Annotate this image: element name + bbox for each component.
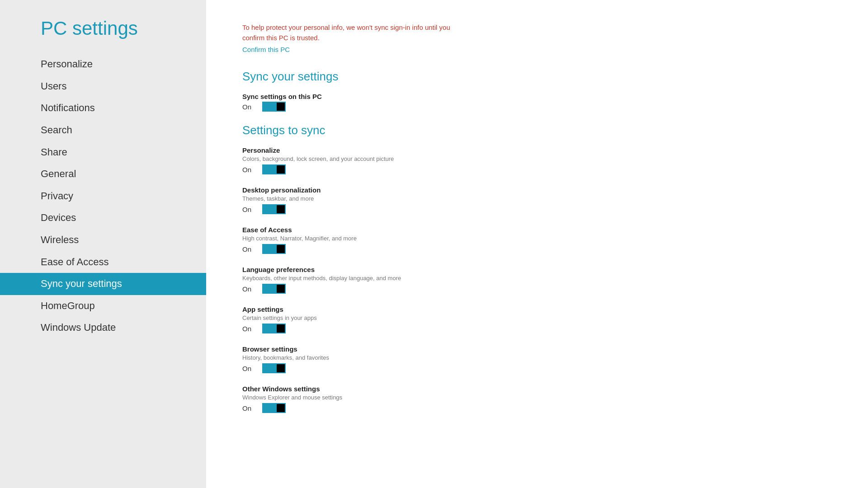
sidebar-item-devices[interactable]: Devices	[41, 207, 206, 229]
setting-label-language-preferences: Language preferences	[242, 266, 832, 273]
toggle-knob-language-preferences	[277, 285, 285, 293]
setting-label-app-settings: App settings	[242, 305, 832, 313]
toggle-value-ease-of-access: On	[242, 245, 255, 253]
toggle-row-other-windows-settings: On	[242, 403, 832, 413]
setting-label-desktop-personalization: Desktop personalization	[242, 186, 832, 194]
settings-to-sync-title: Settings to sync	[242, 123, 832, 137]
setting-row-personalize: PersonalizeColors, background, lock scre…	[242, 146, 832, 174]
sidebar-item-windows-update[interactable]: Windows Update	[41, 317, 206, 339]
toggle-knob-desktop-personalization	[277, 205, 285, 213]
sidebar-item-privacy[interactable]: Privacy	[41, 185, 206, 207]
confirm-link[interactable]: Confirm this PC	[242, 46, 832, 53]
setting-label-personalize: Personalize	[242, 146, 832, 154]
toggle-value-desktop-personalization: On	[242, 206, 255, 213]
toggle-row-language-preferences: On	[242, 284, 832, 294]
page-title: PC settings	[41, 18, 206, 39]
setting-label-browser-settings: Browser settings	[242, 345, 832, 353]
sync-settings-on-this-pc-toggle-row: On	[242, 102, 832, 112]
setting-desc-personalize: Colors, background, lock screen, and you…	[242, 155, 832, 162]
toggle-row-browser-settings: On	[242, 363, 832, 373]
toggle-other-windows-settings[interactable]	[262, 403, 286, 413]
setting-label-other-windows-settings: Other Windows settings	[242, 385, 832, 393]
sync-settings-on-this-pc-label: Sync settings on this PC	[242, 93, 832, 100]
setting-row-language-preferences: Language preferencesKeyboards, other inp…	[242, 266, 832, 294]
sidebar-item-sync-your-settings[interactable]: Sync your settings	[0, 273, 206, 295]
sync-settings-title: Sync your settings	[242, 70, 832, 84]
setting-desc-language-preferences: Keyboards, other input methods, display …	[242, 275, 832, 282]
main-content: To help protect your personal info, we w…	[206, 0, 868, 488]
toggle-value-browser-settings: On	[242, 365, 255, 372]
sidebar-item-homegroup[interactable]: HomeGroup	[41, 295, 206, 317]
toggle-app-settings[interactable]	[262, 324, 286, 333]
setting-desc-ease-of-access: High contrast, Narrator, Magnifier, and …	[242, 235, 832, 242]
toggle-knob-browser-settings	[277, 364, 285, 372]
toggle-knob-app-settings	[277, 324, 285, 333]
warning-text: To help protect your personal info, we w…	[242, 23, 459, 43]
sidebar: PC settings PersonalizeUsersNotification…	[0, 0, 206, 488]
toggle-value-personalize: On	[242, 166, 255, 174]
sync-settings-on-this-pc-toggle[interactable]	[262, 102, 286, 112]
setting-row-other-windows-settings: Other Windows settingsWindows Explorer a…	[242, 385, 832, 413]
toggle-row-desktop-personalization: On	[242, 204, 832, 214]
setting-row-browser-settings: Browser settingsHistory, bookmarks, and …	[242, 345, 832, 373]
setting-desc-browser-settings: History, bookmarks, and favorites	[242, 354, 832, 361]
sync-settings-on-this-pc-value: On	[242, 103, 255, 111]
sidebar-item-ease-of-access[interactable]: Ease of Access	[41, 251, 206, 273]
sidebar-item-share[interactable]: Share	[41, 141, 206, 164]
setting-desc-desktop-personalization: Themes, taskbar, and more	[242, 195, 832, 202]
toggle-language-preferences[interactable]	[262, 284, 286, 294]
setting-desc-other-windows-settings: Windows Explorer and mouse settings	[242, 394, 832, 401]
sidebar-item-general[interactable]: General	[41, 163, 206, 185]
toggle-knob-personalize	[277, 165, 285, 174]
toggle-ease-of-access[interactable]	[262, 244, 286, 254]
setting-desc-app-settings: Certain settings in your apps	[242, 314, 832, 321]
sidebar-item-search[interactable]: Search	[41, 119, 206, 141]
sidebar-item-personalize[interactable]: Personalize	[41, 53, 206, 75]
toggle-row-app-settings: On	[242, 324, 832, 333]
toggle-desktop-personalization[interactable]	[262, 204, 286, 214]
toggle-row-personalize: On	[242, 164, 832, 174]
setting-row-desktop-personalization: Desktop personalizationThemes, taskbar, …	[242, 186, 832, 214]
toggle-knob-ease-of-access	[277, 245, 285, 253]
toggle-personalize[interactable]	[262, 164, 286, 174]
toggle-knob-other-windows-settings	[277, 404, 285, 412]
setting-row-ease-of-access: Ease of AccessHigh contrast, Narrator, M…	[242, 226, 832, 254]
setting-label-ease-of-access: Ease of Access	[242, 226, 832, 234]
sidebar-item-notifications[interactable]: Notifications	[41, 97, 206, 119]
setting-row-app-settings: App settingsCertain settings in your app…	[242, 305, 832, 333]
toggle-value-app-settings: On	[242, 325, 255, 333]
sync-settings-on-this-pc-row: Sync settings on this PC On	[242, 93, 832, 112]
toggle-knob	[277, 103, 285, 111]
toggle-browser-settings[interactable]	[262, 363, 286, 373]
sidebar-item-wireless[interactable]: Wireless	[41, 229, 206, 251]
sidebar-item-users[interactable]: Users	[41, 75, 206, 98]
toggle-value-language-preferences: On	[242, 285, 255, 293]
toggle-value-other-windows-settings: On	[242, 404, 255, 412]
toggle-row-ease-of-access: On	[242, 244, 832, 254]
